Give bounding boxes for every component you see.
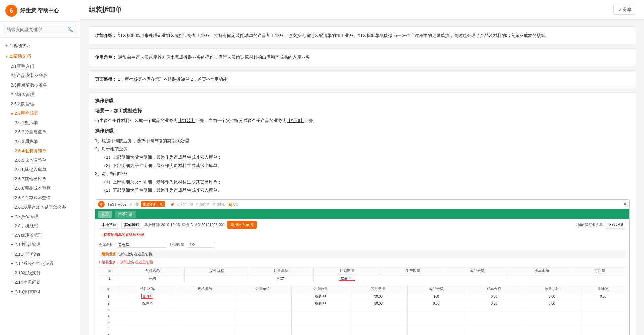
table-row: 5 <box>99 319 626 325</box>
btn-立即处理[interactable]: 立即处理 <box>605 221 626 229</box>
logo-icon: 6 <box>5 5 17 17</box>
sidebar-item-otherin[interactable]: 2.6.6其他入库单 <box>0 165 80 174</box>
sidebar-item-docs[interactable]: ● 2.帮助文档 <box>0 51 80 62</box>
app-screenshot: 6 TEST-H002 ▼ ⚙ 批量添加一笔 📌 △ App下载 ⊕ 招商帮 帮… <box>95 199 630 335</box>
top-bar: 组装拆卸单 ↗ 分享 <box>80 0 644 20</box>
page-title: 组装拆卸单 <box>89 5 122 14</box>
titlebar-left: 6 TEST-H002 ▼ ⚙ 批量添加一笔 📌 △ App下载 ⊕ 招商帮 帮… <box>98 201 238 208</box>
search-icon[interactable]: 🔍 <box>67 27 73 32</box>
qty-input[interactable] <box>187 242 214 248</box>
ops-title: 操作步骤： <box>95 98 630 104</box>
sidebar: 6 好生意 帮助中心 🔍 + 1.视频学习 ● 2.帮助文档 2.1新手入门 2… <box>0 0 80 335</box>
annotation-row1: → 有装配清单的在这里处理 <box>95 231 629 239</box>
new-order-btn[interactable]: 批量添加一笔 <box>141 201 165 207</box>
role-label: 使用角色： <box>95 55 117 60</box>
step3-sub1: （1）上部明细为父件明细，最终作为原材料生成其它出库单； <box>95 178 630 186</box>
steps-block: 操作步骤： 场景一：加工类型选择 当由多个子件材料组装成一个成品的业务为【组装】… <box>89 92 636 335</box>
sidebar-item-custom[interactable]: +2.12系统个性化设置 <box>0 259 80 268</box>
step2: 2、对于组装业务 <box>95 145 630 153</box>
scenario1-desc: 当由多个子件材料组装成一个成品的业务为【组装】业务，当由一个父件拆分成多个子产品… <box>95 117 630 124</box>
warehouse-input[interactable] <box>116 242 167 248</box>
main-content: 组装拆卸单 ↗ 分享 功能介绍： 组装拆卸单用来处理企业组装或拆卸等加工业务，支… <box>80 0 644 335</box>
sidebar-item-costadjust[interactable]: 2.6.5成本调整单 <box>0 156 80 165</box>
app-toolbar: 本地整理 其他按钮 单据日期: 2019-12-26 库选ID: AD-2019… <box>95 219 629 231</box>
table-row: 6 <box>99 325 626 331</box>
titlebar-doctype: TEST-H002 <box>107 202 126 206</box>
app-form-area: 仓库名称 处理数量 组装业务 拆卸业务在这里切换 ↑ 组装业务、拆卸业务在这里切… <box>95 239 629 335</box>
sidebar-item-inventory[interactable]: ● 2.6库存核算 <box>0 109 80 118</box>
table-row: 1 配件1 组装:+1 30.00 160 0.00 0.00 0.00 <box>99 293 626 300</box>
sidebar-item-stockerror[interactable]: 2.6.10库存账本错了怎么办 <box>0 203 80 212</box>
app-logo: 6 <box>98 201 105 208</box>
sidebar-item-fund[interactable]: +2.7资金管理 <box>0 212 80 221</box>
intro-label: 功能介绍： <box>95 33 117 38</box>
sidebar-item-sales[interactable]: 2.4销售管理 <box>0 90 80 99</box>
table-row: 7 <box>99 331 626 335</box>
form-row1: 仓库名称 处理数量 <box>99 242 626 248</box>
table-row: 4 <box>99 313 626 319</box>
nav-section-video: + 1.视频学习 <box>0 40 80 51</box>
nav-tab-new[interactable]: 新添单据 <box>115 211 136 218</box>
btn-submit[interactable]: 其他按钮 <box>121 221 142 229</box>
nav-tab-home[interactable]: 自页 <box>98 211 112 218</box>
btn-process[interactable]: 选择材料单据 <box>227 221 257 229</box>
table2: # 子件名称 规格型号 计量单位 计划数量 实际数量 成品金额 成本金额 数量小… <box>99 285 626 335</box>
sidebar-item-coupon[interactable]: +2.9优惠券管理 <box>0 231 80 240</box>
step3-sub2: （2）下部明细为子件明细，最终作为产成品生成其它入库单。 <box>95 186 630 195</box>
step1: 1、根据不同的业务，选择不同单据的类型来处理 <box>95 137 630 145</box>
scenario1-title: 场景一：加工类型选择 <box>95 108 630 114</box>
share-button[interactable]: ↗ 分享 <box>613 5 636 15</box>
table-row: 1 采购 单位:1 数量:1.0 <box>99 275 626 282</box>
step3: 3、对于拆卸业务 <box>95 170 630 178</box>
nav-grandchildren-inventory: 2.6.1盘点单 2.6.2分量盘点单 2.6.3调拨单 2.6.4组装拆卸单 … <box>0 118 80 212</box>
sidebar-item-partial[interactable]: 2.6.2分量盘点单 <box>0 127 80 137</box>
sidebar-item-prepare[interactable]: 2.3使用前数据准备 <box>0 80 80 90</box>
sidebar-item-print[interactable]: +2.11打印设置 <box>0 249 80 259</box>
sidebar-item-newcomer[interactable]: 2.1新手入门 <box>0 62 80 71</box>
sidebar-item-purchase[interactable]: 2.5采购管理 <box>0 99 80 109</box>
role-text: 通常由生产人员或库管人员来完成拆装业务的操作，库管人员确认原材料的出库和产成品的… <box>118 55 310 60</box>
sidebar-item-faq[interactable]: +2.14常见问题 <box>0 278 80 287</box>
table-row: 3 <box>99 307 626 313</box>
step2-sub1: （1）上部明细为父件明细，最终作为产成品生成其它入库单； <box>95 153 630 162</box>
search-input[interactable] <box>7 27 67 32</box>
sidebar-item-transfer[interactable]: 2.6.3调拨单 <box>0 137 80 146</box>
intro-text: 组装拆卸单用来处理企业组装或拆卸等加工业务，支持有固定装配清单的产品加工业务，也… <box>118 33 550 38</box>
content-area: 功能介绍： 组装拆卸单用来处理企业组装或拆卸等加工业务，支持有固定装配清单的产品… <box>80 20 644 335</box>
share-icon: ↗ <box>618 7 622 12</box>
search-box: 🔍 <box>4 25 76 34</box>
sidebar-item-install[interactable]: 2.2产品安装及登录 <box>0 71 80 80</box>
path-label: 页面路径： <box>95 77 117 82</box>
sidebar-item-costcalc[interactable]: 2.6.8商品成本重算 <box>0 184 80 193</box>
table-row: 2 配件 2 组装:+1 30.00 0.00 0.00 0.00 <box>99 300 626 307</box>
close-icon[interactable]: ✕ <box>623 202 627 207</box>
sidebar-item-stockquery[interactable]: 2.6.9库存账本查询 <box>0 193 80 203</box>
logo-text: 好生意 帮助中心 <box>20 7 59 14</box>
toggle-icon-docs: ● <box>5 54 8 59</box>
sidebar-item-stocktake[interactable]: 2.6.1盘点单 <box>0 118 80 127</box>
path-text: 1、库存核算->库存管理->组装拆卸单 2、首页->常用功能 <box>118 77 228 82</box>
intro-block: 功能介绍： 组装拆卸单用来处理企业组装或拆卸等加工业务，支持有固定装配清单的产品… <box>89 26 636 44</box>
step2-sub2: （2）下部明细为子件明细，最终作为原材料生成其它出库单。 <box>95 162 630 170</box>
logo-area: 6 好生意 帮助中心 <box>0 0 80 22</box>
app-nav-bar: 自页 新添单据 <box>95 209 629 219</box>
sidebar-item-otherout[interactable]: 2.6.7其他出库单 <box>0 174 80 184</box>
sidebar-item-mgmt[interactable]: +2.10经营管理 <box>0 240 80 249</box>
nav-children-docs: 2.1新手入门 2.2产品安装及登录 2.3使用前数据准备 2.4销售管理 2.… <box>0 62 80 296</box>
sidebar-item-assembly[interactable]: 2.6.4组装拆卸单 <box>0 146 80 156</box>
path-block: 页面路径： 1、库存核算->库存管理->组装拆卸单 2、首页->常用功能 <box>89 70 636 88</box>
sidebar-item-video[interactable]: + 1.视频学习 <box>0 40 80 51</box>
btn-save-new[interactable]: 本地整理 <box>99 221 119 229</box>
sidebar-item-mobile[interactable]: +2.8手机旺铺 <box>0 221 80 231</box>
search-area: 🔍 <box>0 22 80 38</box>
ops-steps-title: 操作步骤： <box>95 128 630 134</box>
sub-table-header: 组装业务 拆卸业务在这里切换 <box>99 250 626 258</box>
annotation2: ↑ 组装业务、拆卸业务在这里切换 <box>99 260 626 265</box>
sidebar-item-onlinepay[interactable]: +2.13在线支付 <box>0 268 80 278</box>
role-block: 使用角色： 通常由生产人员或库管人员来完成拆装业务的操作，库管人员确认原材料的出… <box>89 48 636 66</box>
toggle-icon-video: + <box>5 43 8 48</box>
nav-section-docs: ● 2.帮助文档 2.1新手入门 2.2产品安装及登录 2.3使用前数据准备 2… <box>0 51 80 296</box>
app-titlebar: 6 TEST-H002 ▼ ⚙ 批量添加一笔 📌 △ App下载 ⊕ 招商帮 帮… <box>95 200 629 209</box>
nav-tree: + 1.视频学习 ● 2.帮助文档 2.1新手入门 2.2产品安装及登录 2.3… <box>0 38 80 335</box>
sidebar-item-cases[interactable]: +2.15操作案例 <box>0 287 80 296</box>
